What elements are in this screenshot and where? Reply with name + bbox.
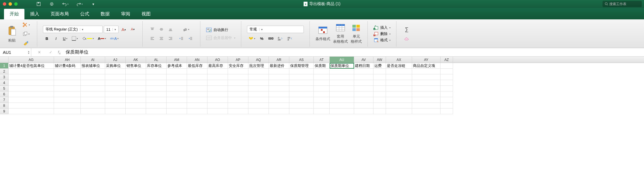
cell-AS5[interactable] <box>289 86 314 91</box>
cell-AN4[interactable] <box>187 80 207 86</box>
cell-AL2[interactable] <box>146 69 167 74</box>
cell-AO7[interactable] <box>207 97 228 103</box>
cell-AN5[interactable] <box>187 86 207 91</box>
cut-button[interactable]: ▾ <box>21 21 31 28</box>
cell-AO9[interactable] <box>207 109 228 114</box>
search-box[interactable] <box>603 1 642 7</box>
cell-AT7[interactable] <box>314 97 330 103</box>
column-header-AR[interactable]: AR <box>269 57 289 63</box>
cell-AU1[interactable]: 保质期单位 <box>330 63 354 69</box>
cell-AO2[interactable] <box>207 69 228 74</box>
copy-button[interactable]: ▾ <box>21 30 31 38</box>
shrink-font-button[interactable]: A▾ <box>129 26 137 33</box>
cell-AR5[interactable] <box>269 86 289 91</box>
decrease-decimal-button[interactable]: .00.0 <box>286 35 294 42</box>
column-header-AG[interactable]: AG <box>9 57 54 63</box>
tab-数据[interactable]: 数据 <box>95 9 115 19</box>
cell-AV3[interactable] <box>354 74 373 80</box>
format-painter-button[interactable] <box>21 39 31 47</box>
cell-AI2[interactable] <box>81 69 105 74</box>
cell-AK8[interactable] <box>126 103 146 109</box>
cell-AI7[interactable] <box>81 97 105 103</box>
cell-AP9[interactable] <box>228 109 248 114</box>
font-name-combo[interactable]: 等线 Regular (正文)▾ <box>43 26 103 33</box>
cell-AS2[interactable] <box>289 69 314 74</box>
cell-AP2[interactable] <box>228 69 248 74</box>
accounting-button[interactable]: ▾ <box>247 35 257 42</box>
cell-AZ8[interactable] <box>441 103 453 109</box>
cell-AM6[interactable] <box>167 91 187 97</box>
cell-AX1[interactable]: 是否走冻链 <box>386 63 412 69</box>
cell-AH2[interactable] <box>54 69 81 74</box>
cell-AZ9[interactable] <box>441 109 453 114</box>
cell-AT4[interactable] <box>314 80 330 86</box>
cell-AV2[interactable] <box>354 69 373 74</box>
cell-AV8[interactable] <box>354 103 373 109</box>
print-icon[interactable] <box>48 0 56 8</box>
autosum-button[interactable]: ∑ <box>402 26 411 33</box>
cell-AS6[interactable] <box>289 91 314 97</box>
column-header-AQ[interactable]: AQ <box>248 57 269 63</box>
cell-AM5[interactable] <box>167 86 187 91</box>
row-header-1[interactable]: 1 <box>0 63 9 69</box>
cell-AU8[interactable] <box>330 103 354 109</box>
cell-AG6[interactable] <box>9 91 54 97</box>
cell-AZ2[interactable] <box>441 69 453 74</box>
qat-customize[interactable]: ▾ <box>89 0 97 8</box>
cell-AX4[interactable] <box>386 80 412 86</box>
cell-AK6[interactable] <box>126 91 146 97</box>
row-header-7[interactable]: 7 <box>0 97 9 103</box>
cell-AM8[interactable] <box>167 103 187 109</box>
formula-input[interactable]: 保质期单位 <box>65 49 88 55</box>
cell-AG2[interactable] <box>9 69 54 74</box>
cell-AS9[interactable] <box>289 109 314 114</box>
grow-font-button[interactable]: A▴ <box>120 26 128 33</box>
bold-button[interactable]: B <box>43 35 51 42</box>
row-header-8[interactable]: 8 <box>0 103 9 109</box>
column-header-AU[interactable]: AU <box>330 57 354 63</box>
cell-AJ7[interactable] <box>105 97 126 103</box>
cell-AQ6[interactable] <box>248 91 269 97</box>
cell-AL3[interactable] <box>146 74 167 80</box>
cell-AX8[interactable] <box>386 103 412 109</box>
cell-AK7[interactable] <box>126 97 146 103</box>
column-header-AL[interactable]: AL <box>146 57 167 63</box>
conditional-format-button[interactable]: 条件格式 <box>315 26 330 42</box>
cell-AR4[interactable] <box>269 80 289 86</box>
cell-AJ1[interactable]: 采购单位 <box>105 63 126 69</box>
tab-插入[interactable]: 插入 <box>24 9 45 19</box>
cell-AZ6[interactable] <box>441 91 453 97</box>
cell-AX6[interactable] <box>386 91 412 97</box>
column-header-AN[interactable]: AN <box>187 57 207 63</box>
cell-AH6[interactable] <box>54 91 81 97</box>
cell-AU9[interactable] <box>330 109 354 114</box>
cell-AW8[interactable] <box>373 103 386 109</box>
row-header-3[interactable]: 3 <box>0 74 9 80</box>
cell-AQ3[interactable] <box>248 74 269 80</box>
cell-AK5[interactable] <box>126 86 146 91</box>
cell-AS8[interactable] <box>289 103 314 109</box>
row-header-6[interactable]: 6 <box>0 91 9 97</box>
cell-AJ4[interactable] <box>105 80 126 86</box>
tab-页面布局[interactable]: 页面布局 <box>45 9 74 19</box>
cell-AG9[interactable] <box>9 109 54 114</box>
search-input[interactable] <box>609 2 638 6</box>
cell-AH9[interactable] <box>54 109 81 114</box>
cell-AO5[interactable] <box>207 86 228 91</box>
cell-AN7[interactable] <box>187 97 207 103</box>
cell-AP5[interactable] <box>228 86 248 91</box>
increase-indent-button[interactable] <box>186 35 194 42</box>
cell-AK9[interactable] <box>126 109 146 114</box>
cell-AL9[interactable] <box>146 109 167 114</box>
cell-AO8[interactable] <box>207 103 228 109</box>
cell-AW2[interactable] <box>373 69 386 74</box>
font-color-button[interactable]: A▾ <box>96 35 107 42</box>
cell-AV1[interactable]: 建档日期 <box>354 63 373 69</box>
column-header-AK[interactable]: AK <box>126 57 146 63</box>
align-center-button[interactable] <box>157 35 165 42</box>
cell-AQ1[interactable]: 批次管理 <box>248 63 269 69</box>
cell-AU6[interactable] <box>330 91 354 97</box>
cell-AL8[interactable] <box>146 103 167 109</box>
cell-AG1[interactable]: 辅计量4是否包装单位 <box>9 63 54 69</box>
cell-AO3[interactable] <box>207 74 228 80</box>
